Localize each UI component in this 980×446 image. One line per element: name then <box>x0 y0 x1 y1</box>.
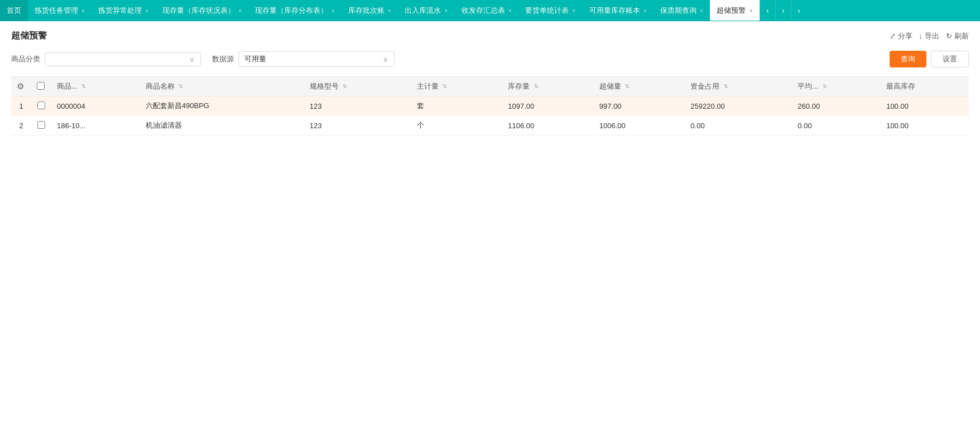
nav-task-mgmt[interactable]: 拣货任务管理 × <box>28 0 92 21</box>
nav-overstock-warning[interactable]: 超储预警 × <box>710 0 759 21</box>
row-overstock-1: 997.00 <box>594 96 685 116</box>
settings-button[interactable]: 设置 <box>931 51 969 67</box>
nav-inventory-dist[interactable]: 现存量（库存分布表） × <box>248 0 341 21</box>
th-capital[interactable]: 资金占用 ⇅ <box>685 77 792 96</box>
category-select[interactable]: ∨ <box>45 52 201 66</box>
nav-abnormal-close[interactable]: × <box>145 7 148 14</box>
th-checkbox <box>31 77 51 96</box>
th-capital-label: 资金占用 <box>690 82 719 90</box>
th-stock[interactable]: 库存量 ⇅ <box>502 77 594 96</box>
nav-arrow-more[interactable]: › <box>791 0 806 21</box>
row-checkbox-input-2[interactable] <box>37 121 45 129</box>
nav-abnormal[interactable]: 拣货异常处理 × <box>92 0 155 21</box>
nav-available-stock[interactable]: 可用量库存账本 × <box>583 0 654 21</box>
th-product-code[interactable]: 商品... ⇅ <box>51 77 140 96</box>
row-capital-1: 259220.00 <box>685 96 792 116</box>
row-max-stock-1: 100.00 <box>881 96 969 116</box>
th-product-name[interactable]: 商品名称 ⇅ <box>140 77 304 96</box>
nav-inventory-status[interactable]: 现存量（库存状况表） × <box>156 0 248 21</box>
refresh-button[interactable]: ↻ 刷新 <box>946 31 969 41</box>
datasource-chevron-icon: ∨ <box>383 55 388 64</box>
nav-batch-close[interactable]: × <box>388 7 391 14</box>
page-header: 超储预警 ⤤ 分享 ↓ 导出 ↻ 刷新 <box>11 30 969 42</box>
row-checkbox-2[interactable] <box>31 116 51 135</box>
header-actions: ⤤ 分享 ↓ 导出 ↻ 刷新 <box>890 31 969 41</box>
nav-arrow-left[interactable]: ‹ <box>760 0 775 21</box>
sort-overstock-icon: ⇅ <box>625 84 630 89</box>
row-number-2: 2 <box>11 116 31 135</box>
nav-batch[interactable]: 库存批次账 × <box>342 0 398 21</box>
export-label: 导出 <box>925 31 939 41</box>
sort-product-name-icon: ⇅ <box>179 84 183 89</box>
th-spec[interactable]: 规格型号 ⇅ <box>304 77 411 96</box>
nav-task-mgmt-label: 拣货任务管理 <box>35 6 78 16</box>
nav-available-stock-label: 可用量库存账本 <box>589 6 640 16</box>
th-overstock-label: 超储量 <box>599 82 621 90</box>
share-label: 分享 <box>898 31 912 41</box>
th-spec-label: 规格型号 <box>310 82 339 90</box>
gear-icon[interactable]: ⚙ <box>17 81 24 91</box>
row-checkbox-input-1[interactable] <box>37 101 45 109</box>
top-navigation: 首页 拣货任务管理 × 拣货异常处理 × 现存量（库存状况表） × 现存量（库存… <box>0 0 980 21</box>
select-all-checkbox[interactable] <box>37 82 45 90</box>
sort-unit-icon: ⇅ <box>443 84 447 89</box>
sort-avg-icon: ⇅ <box>823 84 827 89</box>
nav-inventory-dist-close[interactable]: × <box>331 7 334 14</box>
datasource-select[interactable]: 可用量 ∨ <box>238 51 395 67</box>
nav-home[interactable]: 首页 <box>0 0 28 21</box>
th-unit-label: 主计量 <box>417 82 439 90</box>
nav-collect-summary[interactable]: 收发存汇总表 × <box>455 0 518 21</box>
th-unit[interactable]: 主计量 ⇅ <box>411 77 503 96</box>
nav-quality-period-close[interactable]: × <box>700 7 703 14</box>
nav-abnormal-label: 拣货异常处理 <box>98 6 142 16</box>
nav-collect-summary-close[interactable]: × <box>508 7 512 14</box>
th-overstock[interactable]: 超储量 ⇅ <box>594 77 685 96</box>
row-capital-2: 0.00 <box>685 116 792 135</box>
th-settings: ⚙ <box>11 77 31 96</box>
nav-arrow-right[interactable]: › <box>775 0 791 21</box>
share-button[interactable]: ⤤ 分享 <box>890 31 912 41</box>
nav-overstock-warning-close[interactable]: × <box>749 7 752 14</box>
th-avg[interactable]: 平均... ⇅ <box>792 77 881 96</box>
nav-quality-period[interactable]: 保质期查询 × <box>654 0 710 21</box>
nav-quality-period-label: 保质期查询 <box>660 6 696 16</box>
th-product-name-label: 商品名称 <box>146 82 175 90</box>
nav-home-label: 首页 <box>7 6 21 16</box>
category-label: 商品分类 <box>11 54 40 64</box>
nav-inventory-status-close[interactable]: × <box>238 7 242 14</box>
row-avg-1: 260.00 <box>792 96 881 116</box>
nav-inout-flow[interactable]: 出入库流水 × <box>398 0 454 21</box>
row-checkbox-1[interactable] <box>31 96 51 116</box>
table-row: 2 186-10... 机油滤清器 123 个 1106.00 1006.00 … <box>11 116 969 135</box>
page-title: 超储预警 <box>11 30 47 42</box>
row-avg-2: 0.00 <box>792 116 881 135</box>
nav-order-stats[interactable]: 要货单统计表 × <box>518 0 582 21</box>
nav-inout-flow-label: 出入库流水 <box>405 6 441 16</box>
nav-inventory-status-label: 现存量（库存状况表） <box>162 6 235 16</box>
table-body: 1 0000004 六配套新昌490BPG 123 套 1097.00 997.… <box>11 96 969 135</box>
nav-available-stock-close[interactable]: × <box>643 7 647 14</box>
nav-inout-flow-close[interactable]: × <box>444 7 448 14</box>
th-product-code-label: 商品... <box>57 82 78 90</box>
category-chevron-icon: ∨ <box>189 55 195 64</box>
nav-inventory-dist-label: 现存量（库存分布表） <box>255 6 328 16</box>
sort-capital-icon: ⇅ <box>724 84 728 89</box>
filter-buttons: 查询 设置 <box>890 51 969 67</box>
page-content: 超储预警 ⤤ 分享 ↓ 导出 ↻ 刷新 商品分类 ∨ 数据源 <box>0 21 980 446</box>
row-product-name-2: 机油滤清器 <box>140 116 304 135</box>
datasource-label: 数据源 <box>212 54 234 64</box>
nav-order-stats-close[interactable]: × <box>572 7 575 14</box>
nav-collect-summary-label: 收发存汇总表 <box>462 6 505 16</box>
export-button[interactable]: ↓ 导出 <box>919 31 940 41</box>
nav-order-stats-label: 要货单统计表 <box>525 6 569 16</box>
row-unit-2: 个 <box>411 116 503 135</box>
nav-task-mgmt-close[interactable]: × <box>81 7 85 14</box>
th-max-stock[interactable]: 最高库存 <box>881 77 969 96</box>
th-avg-label: 平均... <box>798 82 818 90</box>
th-max-stock-label: 最高库存 <box>886 82 915 90</box>
row-overstock-2: 1006.00 <box>594 116 685 135</box>
share-icon: ⤤ <box>890 32 896 40</box>
datasource-filter-group: 数据源 可用量 ∨ <box>212 51 395 67</box>
query-button[interactable]: 查询 <box>890 51 926 67</box>
refresh-label: 刷新 <box>954 31 969 41</box>
